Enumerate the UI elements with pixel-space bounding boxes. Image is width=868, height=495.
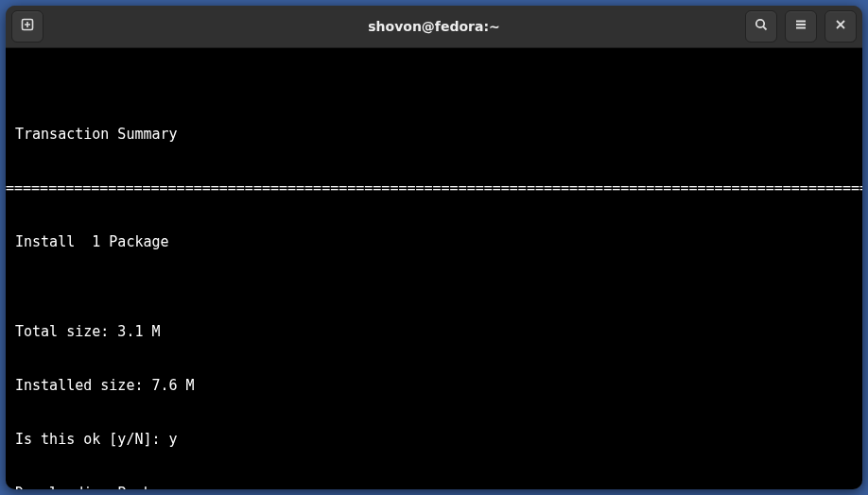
close-icon	[833, 17, 848, 36]
term-line: Downloading Packages:	[6, 485, 862, 489]
term-line: Total size: 3.1 M	[6, 323, 862, 341]
search-button[interactable]	[745, 10, 777, 43]
window-title: shovon@fedora:~	[6, 19, 862, 34]
terminal-window: shovon@fedora:~	[6, 6, 862, 489]
titlebar-left	[11, 10, 43, 43]
titlebar: shovon@fedora:~	[6, 6, 862, 48]
new-tab-button[interactable]	[11, 10, 43, 43]
terminal[interactable]: Transaction Summary ====================…	[6, 48, 862, 489]
hamburger-menu-icon	[793, 17, 808, 36]
term-line: Transaction Summary	[6, 126, 862, 144]
term-line: Is this ok [y/N]: y	[6, 431, 862, 449]
search-icon	[754, 17, 769, 36]
svg-line-4	[763, 26, 766, 29]
term-line: Installed size: 7.6 M	[6, 377, 862, 395]
term-separator: ========================================…	[6, 179, 862, 197]
menu-button[interactable]	[785, 10, 817, 43]
close-button[interactable]	[825, 10, 857, 43]
new-tab-icon	[20, 17, 35, 36]
titlebar-right	[745, 10, 857, 43]
svg-point-3	[756, 20, 764, 27]
term-line: Install 1 Package	[6, 233, 862, 251]
